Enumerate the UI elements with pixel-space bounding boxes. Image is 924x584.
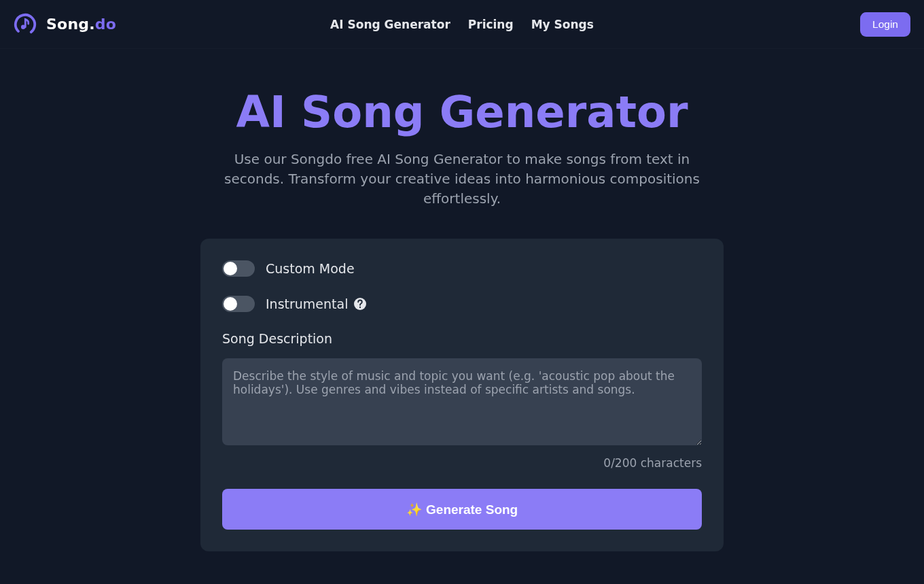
- help-icon[interactable]: [353, 297, 367, 311]
- custom-mode-row: Custom Mode: [222, 260, 702, 277]
- character-count: 0/200 characters: [222, 456, 702, 470]
- toggle-knob: [224, 262, 237, 275]
- song-description-label: Song Description: [222, 331, 702, 346]
- brand[interactable]: Song.do: [14, 13, 116, 36]
- song-description-input[interactable]: [222, 358, 702, 445]
- svg-point-2: [359, 307, 361, 308]
- instrumental-toggle[interactable]: [222, 296, 255, 312]
- generate-song-button[interactable]: ✨ Generate Song: [222, 489, 702, 530]
- music-note-icon: [14, 13, 37, 36]
- instrumental-row: Instrumental: [222, 296, 702, 312]
- generator-card: Custom Mode Instrumental Song Descriptio…: [200, 239, 724, 551]
- nav-ai-song-generator[interactable]: AI Song Generator: [330, 18, 450, 31]
- brand-text: Song.do: [46, 16, 116, 33]
- page-subtitle: Use our Songdo free AI Song Generator to…: [204, 150, 720, 209]
- custom-mode-label: Custom Mode: [266, 261, 355, 276]
- instrumental-label: Instrumental: [266, 296, 367, 311]
- nav-my-songs[interactable]: My Songs: [531, 18, 594, 31]
- custom-mode-toggle[interactable]: [222, 260, 255, 277]
- header: Song.do AI Song Generator Pricing My Son…: [0, 0, 924, 49]
- toggle-knob: [224, 297, 237, 311]
- login-button[interactable]: Login: [860, 12, 910, 37]
- nav-pricing[interactable]: Pricing: [468, 18, 514, 31]
- main-nav: AI Song Generator Pricing My Songs: [330, 18, 594, 31]
- page-title: AI Song Generator: [11, 87, 913, 137]
- hero: AI Song Generator Use our Songdo free AI…: [0, 49, 924, 209]
